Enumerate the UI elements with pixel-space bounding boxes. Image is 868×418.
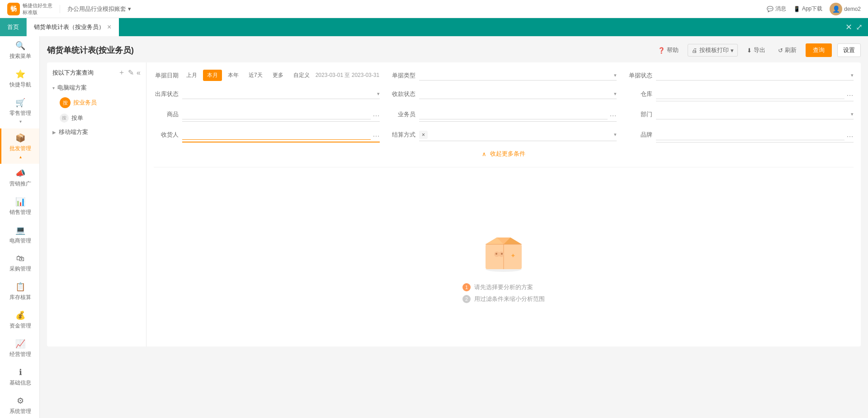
print-icon: 🖨 bbox=[692, 47, 698, 54]
logo-icon: 畅 bbox=[7, 3, 20, 15]
brand-input[interactable] bbox=[656, 129, 844, 140]
svg-point-8 bbox=[501, 253, 503, 255]
salesperson-group: 业务员 … bbox=[391, 107, 617, 122]
main-card: 按以下方案查询 ＋ ✎ « ▾ 电脑端方案 bbox=[47, 62, 861, 347]
sidebar-item-ecommerce[interactable]: 💻 电商管理 bbox=[0, 221, 39, 249]
refresh-button[interactable]: ↺ 刷新 bbox=[774, 44, 800, 56]
refresh-icon: ↺ bbox=[778, 47, 783, 54]
collapse-panel-button[interactable]: « bbox=[137, 69, 141, 77]
tab-home[interactable]: 首页 bbox=[0, 18, 27, 36]
date-btn-last-month[interactable]: 上月 bbox=[182, 70, 201, 81]
payment-tag-close[interactable]: × bbox=[422, 132, 425, 138]
tree-pc-node[interactable]: ▾ 电脑端方案 bbox=[47, 81, 146, 95]
doc-type-select[interactable]: ▾ bbox=[419, 71, 617, 81]
tree-item-by-order[interactable]: 按 按单 bbox=[60, 111, 146, 125]
tree-mobile-node[interactable]: ▶ 移动端方案 bbox=[47, 125, 146, 139]
sidebar-item-purchase[interactable]: 🛍 采购管理 bbox=[0, 249, 39, 277]
consignee-ellipsis[interactable]: … bbox=[373, 130, 380, 138]
sidebar-item-sales[interactable]: 📊 销售管理 bbox=[0, 192, 39, 221]
date-btn-more[interactable]: 更多 bbox=[269, 70, 288, 81]
consignee-input-wrap: … bbox=[182, 127, 380, 142]
sidebar-item-basic-info[interactable]: ℹ 基础信息 bbox=[0, 363, 39, 391]
user-area[interactable]: 👤 demo2 bbox=[830, 3, 861, 15]
tree-item-salesperson[interactable]: 按 按业务员 bbox=[60, 95, 146, 111]
avatar: 👤 bbox=[830, 3, 842, 15]
out-status-label: 出库状态 bbox=[154, 90, 179, 98]
logo-area: 畅 畅捷信好生意 标准版 bbox=[7, 2, 52, 15]
receipt-status-select[interactable]: ▾ bbox=[419, 89, 617, 99]
warehouse-ellipsis[interactable]: … bbox=[846, 90, 854, 98]
payment-group: 结算方式 × ▾ bbox=[391, 129, 617, 141]
app-download-action[interactable]: 📱 App下载 bbox=[793, 5, 822, 13]
date-btn-7days[interactable]: 近7天 bbox=[245, 70, 267, 81]
goods-input[interactable] bbox=[182, 109, 371, 119]
step-num-2: 2 bbox=[462, 295, 471, 303]
sidebar-item-operations[interactable]: 📈 经营管理 bbox=[0, 334, 39, 363]
warehouse-input[interactable] bbox=[656, 88, 844, 99]
date-btn-this-month[interactable]: 本月 bbox=[203, 70, 222, 81]
receipt-status-group: 收款状态 ▾ bbox=[391, 89, 617, 99]
doc-status-select[interactable]: ▾ bbox=[656, 71, 854, 81]
user-name: demo2 bbox=[844, 6, 861, 12]
collapse-button[interactable]: ∧ 收起更多条件 bbox=[478, 148, 529, 160]
message-icon: 💬 bbox=[767, 6, 774, 12]
basic-info-icon: ℹ bbox=[19, 367, 22, 377]
print-label: 按模板打印 bbox=[699, 46, 729, 54]
sidebar-item-quick-nav[interactable]: ⭐ 快捷导航 bbox=[0, 65, 39, 93]
query-button[interactable]: 查询 bbox=[806, 43, 832, 57]
tab-maximize-icon[interactable]: ⤢ bbox=[856, 22, 863, 32]
step-1-text: 请先选择要分析的方案 bbox=[474, 283, 533, 291]
by-order-dot: 按 bbox=[60, 114, 69, 123]
out-status-select[interactable]: ▾ bbox=[182, 89, 380, 99]
help-button[interactable]: ❓ 帮助 bbox=[654, 44, 682, 56]
sidebar-item-label: 营销推广 bbox=[9, 180, 31, 188]
goods-group: 商品 … bbox=[154, 107, 380, 122]
sidebar-item-label: 资金管理 bbox=[9, 322, 31, 330]
empty-state: ✦ 1 请先选择要分 bbox=[154, 185, 854, 339]
sidebar-item-label: 搜索菜单 bbox=[9, 52, 31, 60]
tab-close-icon[interactable]: × bbox=[107, 23, 111, 31]
sidebar-item-inventory[interactable]: 📋 库存核算 bbox=[0, 277, 39, 306]
sidebar-item-wholesale[interactable]: 📦 批发管理 ▴ bbox=[0, 128, 39, 164]
tree-pc-label: 电脑端方案 bbox=[57, 84, 87, 92]
edit-scheme-button[interactable]: ✎ bbox=[128, 68, 134, 77]
workspace-name: 办公用品行业模拟账套 bbox=[67, 5, 126, 13]
workspace-selector[interactable]: 办公用品行业模拟账套 ▾ bbox=[60, 5, 131, 13]
main-layout: 🔍 搜索菜单 ⭐ 快捷导航 🛒 零售管理 ▾ 📦 批发管理 ▴ 📣 营销推广 📊… bbox=[0, 36, 868, 418]
content-area: 销货单统计表(按业务员) ❓ 帮助 🖨 按模板打印 ▾ ⬇ 导出 bbox=[40, 36, 868, 418]
salesperson-input[interactable] bbox=[419, 109, 608, 119]
sidebar-item-marketing[interactable]: 📣 营销推广 bbox=[0, 164, 39, 192]
date-btn-custom[interactable]: 自定义 bbox=[289, 70, 314, 81]
sidebar-item-system[interactable]: ⚙ 系统管理 bbox=[0, 391, 39, 418]
department-select[interactable]: ▾ bbox=[656, 109, 854, 119]
goods-ellipsis[interactable]: … bbox=[373, 110, 380, 118]
empty-step-2: 2 用过滤条件来缩小分析范围 bbox=[462, 295, 545, 303]
date-label: 单据日期 bbox=[154, 71, 179, 80]
sidebar-item-finance[interactable]: 💰 资金管理 bbox=[0, 306, 39, 334]
sidebar-item-search[interactable]: 🔍 搜索菜单 bbox=[0, 36, 39, 65]
brand-ellipsis[interactable]: … bbox=[846, 131, 854, 139]
doc-status-label: 单据状态 bbox=[627, 71, 652, 80]
message-label: 消息 bbox=[775, 5, 786, 13]
settings-button[interactable]: 设置 bbox=[837, 43, 861, 57]
export-button[interactable]: ⬇ 导出 bbox=[743, 44, 769, 56]
tab-minimize-icon[interactable]: ✕ bbox=[845, 22, 852, 32]
filter-row-2: 出库状态 ▾ 收款状态 ▾ bbox=[154, 86, 854, 101]
page-container: 销货单统计表(按业务员) ❓ 帮助 🖨 按模板打印 ▾ ⬇ 导出 bbox=[40, 36, 868, 354]
out-status-group: 出库状态 ▾ bbox=[154, 89, 380, 99]
sidebar-item-retail[interactable]: 🛒 零售管理 ▾ bbox=[0, 93, 39, 128]
finance-icon: 💰 bbox=[15, 310, 25, 320]
doc-status-group: 单据状态 ▾ bbox=[627, 71, 854, 81]
add-scheme-button[interactable]: ＋ bbox=[118, 68, 125, 77]
receipt-status-arrow: ▾ bbox=[614, 91, 617, 97]
consignee-input[interactable] bbox=[182, 129, 371, 140]
sidebar-item-label: 库存核算 bbox=[9, 294, 31, 301]
payment-label: 结算方式 bbox=[391, 131, 415, 139]
tab-sales-stats[interactable]: 销货单统计表（按业务员） × bbox=[27, 18, 119, 36]
header-left: 畅 畅捷信好生意 标准版 办公用品行业模拟账套 ▾ bbox=[7, 2, 131, 15]
print-button[interactable]: 🖨 按模板打印 ▾ bbox=[688, 44, 738, 57]
date-btn-this-year[interactable]: 本年 bbox=[224, 70, 243, 81]
message-action[interactable]: 💬 消息 bbox=[767, 5, 786, 13]
payment-arrow: ▾ bbox=[614, 132, 617, 138]
salesperson-ellipsis[interactable]: … bbox=[609, 110, 617, 118]
